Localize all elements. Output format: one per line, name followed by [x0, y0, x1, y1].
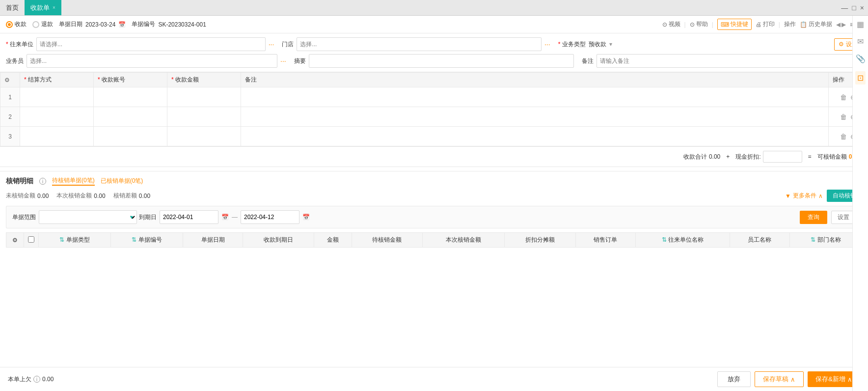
settlement-cell-2[interactable] [20, 107, 94, 127]
col-settlement: 结算方式 [20, 73, 94, 87]
account-cell-1[interactable] [94, 87, 167, 107]
date-value: 2023-03-24 [85, 21, 115, 28]
sub-col-current: 本次核销金额 [423, 233, 505, 248]
print-btn[interactable]: 🖨 打印 [756, 20, 775, 28]
table-row: 3 🗑 ⊕ [0, 127, 868, 146]
account-cell-2[interactable] [94, 107, 167, 127]
remarks-cell-3[interactable] [241, 127, 829, 146]
date-from-input[interactable] [160, 210, 218, 224]
equals-sign: = [808, 153, 812, 160]
salesperson-more-icon[interactable]: ··· [280, 57, 286, 65]
nav-arrows: ◀ ▶ [836, 21, 846, 28]
print-label: 打印 [763, 20, 775, 28]
next-arrow[interactable]: ▶ [841, 21, 846, 28]
completed-tab[interactable]: 已核销单据(0笔) [101, 177, 143, 185]
calendar-icon[interactable]: 📅 [118, 21, 126, 28]
counterpart-input[interactable] [36, 37, 266, 51]
sidebar-screenshot-icon[interactable]: ⊡ [855, 71, 866, 84]
salesperson-input[interactable] [27, 54, 277, 68]
settlement-cell-1[interactable] [20, 87, 94, 107]
pending-tab[interactable]: 待核销单据(0笔) [52, 176, 95, 186]
toolbar: 收款 退款 单据日期 2023-03-24 📅 单据编号 SK-20230324… [0, 16, 868, 33]
store-more-icon[interactable]: ··· [544, 40, 550, 48]
row-num-2: 2 [0, 107, 20, 127]
date-calendar-from-icon[interactable]: 📅 [221, 214, 229, 221]
store-input[interactable] [297, 37, 542, 51]
print-icon: 🖨 [756, 21, 761, 28]
sidebar-attachment-icon[interactable]: 📎 [856, 54, 866, 63]
remarks-cell-1[interactable] [241, 87, 829, 107]
col-amount: 收款金额 [167, 73, 241, 87]
tab-close-icon[interactable]: × [53, 5, 55, 10]
video-btn[interactable]: ⊙ 视频 [662, 20, 680, 28]
minimize-icon[interactable]: — [841, 4, 848, 12]
pending-tab-label: 待核销单据(0笔) [52, 176, 95, 185]
amount-cell-2[interactable] [167, 107, 241, 127]
settlement-cell-3[interactable] [20, 127, 94, 146]
amount-cell-3[interactable] [167, 127, 241, 146]
salesperson-label: 业务员 [6, 57, 24, 65]
bottom-label: 本单上欠 [8, 375, 31, 384]
receipt-radio[interactable]: 收款 [6, 20, 27, 28]
plus-sign: + [726, 153, 730, 160]
sidebar-email-icon[interactable]: ✉ [857, 37, 864, 46]
sidebar-table-icon[interactable]: ▦ [857, 20, 864, 29]
delete-icon-3[interactable]: 🗑 [840, 133, 847, 140]
verify-info-icon[interactable]: i [39, 178, 46, 185]
date-to-input[interactable] [241, 210, 299, 224]
number-value: SK-20230324-001 [158, 21, 206, 28]
history-label: 历史单据 [809, 20, 832, 28]
remarks-cell-2[interactable] [241, 107, 829, 127]
date-calendar-to-icon[interactable]: 📅 [302, 214, 310, 221]
save-new-arrow: ∧ [847, 376, 852, 383]
business-type-arrow[interactable]: ▾ [609, 41, 612, 48]
help-btn[interactable]: ⊙ 帮助 [690, 20, 708, 28]
counterpart-label: 往来单位 [6, 40, 33, 49]
history-btn[interactable]: 📋 历史单据 [800, 20, 832, 28]
sub-col-department: ⇅ 部门名称 [789, 233, 862, 248]
bottom-info-icon[interactable]: i [33, 376, 40, 383]
bottom-bar: 本单上欠 i 0.00 放弃 保存草稿 ∧ 保存&新增 ∧ [0, 367, 868, 391]
col-gear[interactable]: ⚙ [0, 73, 20, 87]
draft-btn[interactable]: 保存草稿 ∧ [755, 371, 804, 387]
diff-label: 核销差额 [113, 192, 137, 200]
right-sidebar: ▦ ✉ 📎 ⊡ [852, 16, 868, 391]
shortcut-btn[interactable]: ⌨ 快捷键 [717, 19, 752, 30]
refund-radio-label: 退款 [41, 20, 53, 28]
account-cell-3[interactable] [94, 127, 167, 146]
refund-radio[interactable]: 退款 [32, 20, 53, 28]
select-all-checkbox[interactable] [28, 236, 34, 243]
delete-icon-1[interactable]: 🗑 [840, 93, 847, 101]
counterpart-more-icon[interactable]: ··· [269, 40, 274, 48]
uncancelled-value: 0.00 [37, 193, 49, 199]
close-window-icon[interactable]: × [860, 4, 864, 12]
sub-col-discount: 折扣分摊额 [505, 233, 576, 248]
more-conditions-btn[interactable]: ▼ 更多条件 ∧ [785, 192, 823, 200]
tab-receipt[interactable]: 收款单 × [25, 0, 61, 15]
expand-icon: ∧ [818, 193, 823, 199]
prev-arrow[interactable]: ◀ [836, 21, 841, 28]
operations-btn[interactable]: 操作 [784, 20, 796, 28]
counterpart-field: 往来单位 ··· [6, 37, 274, 51]
query-btn[interactable]: 查询 [800, 211, 827, 224]
sort-icon: ⇅ [132, 236, 136, 243]
diff-item: 核销差额 0.00 [113, 192, 150, 200]
remarks-input[interactable] [597, 54, 862, 68]
tab-home[interactable]: 首页 [0, 0, 25, 15]
tab-bar: 首页 收款单 × — □ × [0, 0, 868, 16]
shortcut-icon: ⌨ [721, 21, 729, 28]
delete-icon-2[interactable]: 🗑 [840, 113, 847, 121]
sub-col-due-date: 收款到期日 [243, 233, 314, 248]
sub-col-gear[interactable]: ⚙ [6, 233, 24, 248]
discount-label: 现金折扣: [735, 153, 760, 161]
summary-input[interactable] [309, 54, 574, 68]
video-label: 视频 [669, 20, 680, 28]
completed-tab-label: 已核销单据(0笔) [101, 177, 143, 185]
window-controls: — □ × [841, 4, 868, 12]
abandon-btn[interactable]: 放弃 [717, 371, 751, 387]
range-select[interactable] [39, 210, 137, 224]
sub-col-checkbox[interactable] [24, 233, 39, 248]
maximize-icon[interactable]: □ [852, 4, 856, 12]
discount-input[interactable] [763, 151, 802, 163]
amount-cell-1[interactable] [167, 87, 241, 107]
